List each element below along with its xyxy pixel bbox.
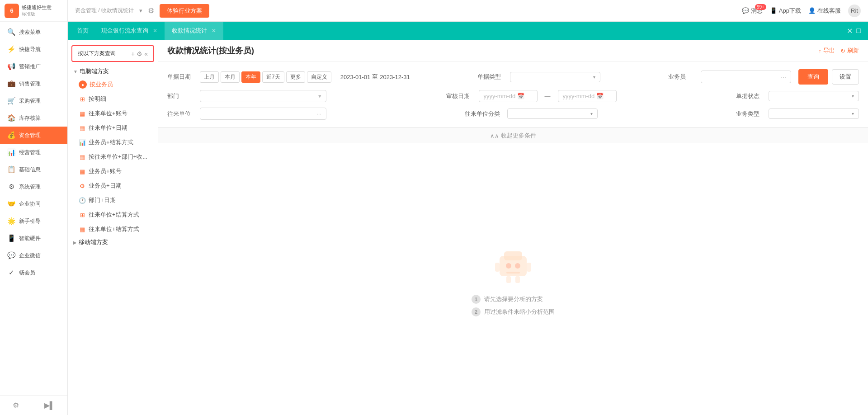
tabs-window-controls: ✕ □	[847, 22, 864, 40]
sidebar-item-search-menu[interactable]: 🔍 搜索菜单	[0, 24, 67, 41]
sidebar-item-basic-info[interactable]: 📋 基础信息	[0, 161, 67, 178]
sidebar-item-marketing[interactable]: 📢 营销推广	[0, 58, 67, 75]
nav-item-partner-dept-col[interactable]: ▦ 按往来单位+部门+收...	[68, 150, 158, 164]
scheme-settings-icon[interactable]: ⚙	[137, 50, 142, 57]
tab-bank-flow-close[interactable]: ✕	[153, 28, 157, 34]
service-label: 在线客服	[817, 7, 841, 15]
salesperson-select[interactable]: ···	[701, 71, 791, 83]
sidebar-expand-btn[interactable]: ▶▌	[41, 399, 58, 411]
tab-collection-stat[interactable]: 收款情况统计 ✕	[165, 22, 223, 40]
date-btn-last-7days[interactable]: 近7天	[262, 71, 284, 83]
settings-btn[interactable]: 设置	[832, 69, 859, 85]
sidebar-item-purchase[interactable]: 🛒 采购管理	[0, 92, 67, 109]
partner-settlement1-icon: ⊞	[79, 211, 86, 218]
export-btn[interactable]: ↑ 导出	[819, 47, 835, 55]
sidebar-item-smart-hw[interactable]: 📱 智能硬件	[0, 230, 67, 247]
business-type-select[interactable]: ▾	[769, 108, 859, 119]
nav-item-partner-settlement1[interactable]: ⊞ 往来单位+结算方式	[68, 208, 158, 222]
tab-bank-flow[interactable]: 现金银行流水查询 ✕	[94, 22, 165, 40]
desktop-section: ▼ 电脑端方案	[68, 66, 158, 77]
sidebar-item-label: 企业协同	[19, 200, 41, 208]
sidebar-settings-btn[interactable]: ⚙	[9, 399, 23, 411]
export-icon: ↑	[819, 47, 822, 54]
nav-item-label: 业务员+结算方式	[89, 138, 133, 146]
date-label: 单据日期	[167, 73, 193, 81]
date-btn-custom[interactable]: 自定义	[307, 71, 331, 83]
dept-dropdown-icon: ▾	[318, 93, 321, 99]
nav-item-dept-date[interactable]: 🕐 部门+日期	[68, 193, 158, 208]
sidebar-item-system[interactable]: ⚙ 系统管理	[0, 178, 67, 195]
window-close-btn[interactable]: ✕	[847, 27, 853, 35]
nav-item-by-salesperson[interactable]: ● 按业务员	[68, 77, 158, 92]
partner-category-select[interactable]: ▾	[507, 108, 598, 119]
sidebar-item-sales[interactable]: 💼 销售管理	[0, 75, 67, 92]
inventory-icon: 🏠	[7, 114, 15, 122]
filter-area: 单据日期 上月 本月 本年 近7天 更多 自定义 2023-01-01 至 20…	[158, 62, 868, 127]
review-date-from[interactable]: yyyy-mm-dd 📅	[479, 90, 538, 102]
mobile-section[interactable]: ▶ 移动端方案	[68, 236, 158, 248]
nav-item-salesperson-date[interactable]: ⚙ 业务员+日期	[68, 179, 158, 193]
nav-item-partner-settlement2[interactable]: ▦ 往来单位+结算方式	[68, 222, 158, 236]
nav-item-label: 往来单位+结算方式	[89, 225, 139, 233]
dept-label: 部门	[167, 92, 193, 100]
partner-label: 往来单位	[167, 110, 193, 118]
review-date-to[interactable]: yyyy-mm-dd 📅	[558, 90, 617, 102]
query-btn[interactable]: 查询	[798, 69, 828, 85]
refresh-btn[interactable]: ↻ 刷新	[840, 47, 859, 55]
sidebar-item-guide[interactable]: 🌟 新手引导	[0, 212, 67, 230]
nav-item-salesperson-account[interactable]: ▦ 业务员+账号	[68, 164, 158, 179]
mobile-section-label: 移动端方案	[79, 238, 108, 246]
scheme-collapse-icon[interactable]: «	[144, 50, 148, 57]
filter-actions: 查询 设置	[798, 69, 859, 85]
sidebar-item-inventory[interactable]: 🏠 库存核算	[0, 109, 67, 127]
sidebar-item-capital[interactable]: 💰 资金管理	[0, 127, 67, 144]
member-icon: ✓	[7, 269, 15, 277]
breadcrumb-dropdown-icon[interactable]: ▾	[139, 7, 142, 14]
nav-item-salesperson-settlement[interactable]: 📊 业务员+结算方式	[68, 135, 158, 150]
trial-btn[interactable]: 体验行业方案	[160, 4, 209, 18]
sidebar-item-quick-nav[interactable]: ⚡ 快捷导航	[0, 41, 67, 58]
tab-collection-stat-close[interactable]: ✕	[212, 28, 216, 34]
user-text: Rit	[851, 7, 858, 14]
system-icon: ⚙	[7, 183, 15, 191]
refresh-label: 刷新	[847, 47, 859, 55]
date-btn-this-month[interactable]: 本月	[221, 71, 240, 83]
doc-type-select[interactable]: ▾	[510, 72, 600, 82]
export-label: 导出	[823, 47, 835, 55]
nav-item-partner-date[interactable]: ▦ 往来单位+日期	[68, 121, 158, 135]
sidebar-item-member[interactable]: ✓ 畅会员	[0, 264, 67, 281]
empty-robot-illustration	[491, 242, 536, 288]
online-service-btn[interactable]: 👤 在线客服	[808, 7, 841, 15]
partner-more-btn[interactable]: ···	[316, 110, 321, 117]
sidebar-item-enterprise[interactable]: 🤝 企业协同	[0, 195, 67, 212]
app-download-btn[interactable]: 📱 App下载	[770, 7, 801, 15]
dept-input[interactable]: ▾	[200, 90, 326, 102]
filter-row-2: 部门 ▾ 审核日期 yyyy-mm-dd 📅 — yyyy-mm-dd 📅	[167, 90, 859, 102]
tab-home[interactable]: 首页	[71, 22, 94, 40]
nav-item-label: 按明细	[89, 95, 106, 103]
date-btn-more[interactable]: 更多	[286, 71, 305, 83]
message-btn[interactable]: 💬 消息 99+	[742, 7, 763, 15]
user-avatar[interactable]: Rit	[848, 5, 861, 17]
window-maximize-btn[interactable]: □	[856, 27, 861, 35]
nav-item-by-detail[interactable]: ⊞ 按明细	[68, 92, 158, 106]
doc-status-select[interactable]: ▾	[769, 91, 859, 101]
sidebar-item-wechat[interactable]: 💬 企业微信	[0, 247, 67, 264]
date-btn-last-month[interactable]: 上月	[200, 71, 219, 83]
sidebar-item-operations[interactable]: 📊 经营管理	[0, 144, 67, 161]
topbar-gear-icon[interactable]: ⚙	[148, 6, 154, 15]
sidebar-item-label: 新手引导	[19, 217, 41, 225]
date-btn-this-year[interactable]: 本年	[241, 71, 260, 83]
basic-info-icon: 📋	[7, 165, 15, 174]
salesperson-more-icon[interactable]: ···	[781, 73, 786, 80]
doc-type-arrow-icon: ▾	[593, 75, 595, 80]
partner-input[interactable]: ···	[200, 108, 326, 120]
business-type-label: 业务类型	[736, 110, 761, 118]
quick-nav-icon: ⚡	[7, 45, 15, 53]
nav-item-partner-account[interactable]: ▦ 往来单位+账号	[68, 106, 158, 121]
service-icon: 👤	[808, 7, 816, 14]
collapse-bar[interactable]: ∧∧ 收起更多条件	[158, 127, 868, 143]
left-panel: 按以下方案查询 + ⚙ « ▼ 电脑端方案 ● 按业务员 ⊞ 按明细 ▦	[68, 40, 158, 415]
nav-item-label: 业务员+账号	[89, 167, 122, 175]
scheme-add-icon[interactable]: +	[131, 50, 135, 57]
